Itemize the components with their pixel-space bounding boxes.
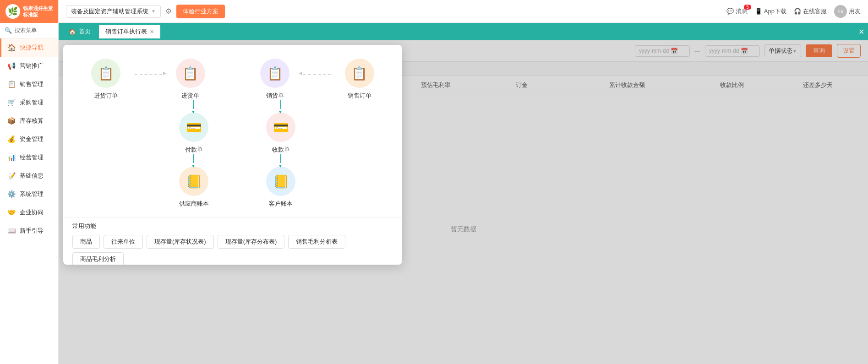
tab-close-icon[interactable]: ✕ bbox=[150, 29, 154, 35]
basic-info-icon: 📝 bbox=[7, 171, 16, 180]
supplier-ledger-icon: 📒 bbox=[186, 174, 202, 189]
inventory-icon: 📦 bbox=[7, 116, 16, 125]
sidebar: 🌿 畅康通好生意 标准版 🔍 搜索菜单 🏠 快捷导航 📢 营销推广 📋 销售管理… bbox=[0, 0, 59, 364]
common-funcs: 常用功能 商品 往来单位 现存量(库存状况表) 现存量(库存分布表) 销售毛利分… bbox=[63, 217, 402, 265]
close-all-tabs-btn[interactable]: ✕ bbox=[858, 27, 864, 36]
online-service-btn[interactable]: 🎧 在线客服 bbox=[794, 7, 827, 16]
service-icon: 🎧 bbox=[794, 8, 801, 15]
arrow-purchase-to-bill bbox=[131, 74, 166, 85]
customer-ledger-icon: 📒 bbox=[273, 174, 289, 189]
topbar-right: 💬 消息 5 📱 App下载 🎧 在线客服 Ea 用友 bbox=[726, 5, 861, 18]
marketing-icon: 📢 bbox=[7, 61, 16, 71]
newbie-icon: 📖 bbox=[7, 226, 16, 235]
system-selector[interactable]: 装备及固定资产辅助管理系统 ▼ bbox=[66, 5, 161, 18]
arrow-down-payment: ▼ bbox=[169, 154, 219, 163]
tab-sales-order-exec[interactable]: 销售订单执行表 ✕ bbox=[99, 25, 160, 38]
sidebar-item-inventory[interactable]: 📦 库存核算 bbox=[0, 112, 58, 130]
operation-icon: 📊 bbox=[7, 153, 16, 162]
chevron-down-icon: ▼ bbox=[151, 9, 156, 14]
customer-ledger-node[interactable]: 📒 客户账本 bbox=[256, 167, 306, 208]
purchase-bill-node[interactable]: 📋 进货单 bbox=[166, 59, 215, 100]
sales-bill-circle: 📋 bbox=[260, 59, 289, 88]
purchase-bill-circle: 📋 bbox=[176, 59, 205, 88]
sidebar-item-cooperation[interactable]: 🤝 企业协同 bbox=[0, 203, 58, 222]
content-area: ❓ 帮助 🖨 按模板打印 ▼ ⬆ 导出 🔄 刷新 yyyy-mm-dd 📅 — bbox=[59, 40, 868, 364]
purchase-order-node[interactable]: 📋 进货订单 bbox=[82, 59, 131, 100]
func-btn-sales-profit[interactable]: 销售毛利分析表 bbox=[288, 235, 345, 249]
purchase-order-icon: 📋 bbox=[98, 66, 114, 81]
experience-btn[interactable]: 体验行业方案 bbox=[176, 5, 225, 18]
func-btn-product[interactable]: 商品 bbox=[72, 235, 100, 249]
sales-icon: 📋 bbox=[7, 80, 16, 89]
sales-bill-icon: 📋 bbox=[267, 66, 283, 81]
user-area[interactable]: Ea 用友 bbox=[834, 5, 861, 18]
search-icon: 🔍 bbox=[5, 27, 12, 34]
workflow-modal: 📋 进货订单 📋 进货单 bbox=[63, 45, 402, 265]
system-icon: ⚙️ bbox=[7, 190, 16, 199]
logo-text: 畅康通好生意 标准版 bbox=[23, 5, 53, 18]
topbar: 装备及固定资产辅助管理系统 ▼ ⚙ 体验行业方案 💬 消息 5 📱 App下载 … bbox=[59, 0, 868, 23]
workflow-diagram: 📋 进货订单 📋 进货单 bbox=[63, 45, 402, 217]
download-icon: 📱 bbox=[755, 8, 762, 15]
message-icon: 💬 bbox=[726, 8, 734, 15]
arrow-down-sales-icon: ▼ bbox=[278, 109, 283, 114]
sidebar-item-purchase[interactable]: 🛒 采购管理 bbox=[0, 93, 58, 112]
supplier-ledger-node[interactable]: 📒 供应商账本 bbox=[169, 167, 219, 208]
purchase-bill-icon: 📋 bbox=[182, 66, 198, 81]
sidebar-item-sales[interactable]: 📋 销售管理 bbox=[0, 75, 58, 93]
arrow-down-collection: ▼ bbox=[256, 154, 306, 163]
search-menu[interactable]: 🔍 搜索菜单 bbox=[0, 23, 58, 38]
home-tab-icon: 🏠 bbox=[69, 28, 76, 35]
tabbar: 🏠 首页 销售订单执行表 ✕ ✕ bbox=[59, 23, 868, 40]
sidebar-item-quick-nav[interactable]: 🏠 快捷导航 bbox=[0, 38, 58, 57]
purchase-order-circle: 📋 bbox=[91, 59, 120, 88]
logo-icon: 🌿 bbox=[5, 4, 20, 19]
func-btn-partner[interactable]: 往来单位 bbox=[104, 235, 143, 249]
sales-order-circle: 📋 bbox=[345, 59, 374, 88]
sales-bill-node[interactable]: 📋 销货单 bbox=[251, 59, 300, 100]
home-icon: 🏠 bbox=[7, 43, 16, 52]
sidebar-item-system[interactable]: ⚙️ 系统管理 bbox=[0, 185, 58, 203]
cooperation-icon: 🤝 bbox=[7, 208, 16, 217]
sidebar-logo: 🌿 畅康通好生意 标准版 bbox=[0, 0, 58, 23]
app-download-btn[interactable]: 📱 App下载 bbox=[755, 7, 786, 16]
func-btns-row1: 商品 往来单位 现存量(库存状况表) 现存量(库存分布表) 销售毛利分析表 商品… bbox=[72, 235, 393, 265]
sidebar-item-basic-info[interactable]: 📝 基础信息 bbox=[0, 167, 58, 185]
arrow-down-sales-bill: ▼ bbox=[256, 100, 306, 109]
sales-order-icon: 📋 bbox=[351, 66, 367, 81]
sidebar-item-finance[interactable]: 💰 资金管理 bbox=[0, 130, 58, 148]
tab-home[interactable]: 🏠 首页 bbox=[62, 25, 97, 38]
payment-bill-icon: 💳 bbox=[186, 120, 202, 135]
arrow-sales-bill-to-order bbox=[300, 74, 335, 85]
supplier-ledger-circle: 📒 bbox=[179, 167, 208, 196]
sidebar-item-marketing[interactable]: 📢 营销推广 bbox=[0, 57, 58, 75]
message-badge: 5 bbox=[744, 5, 751, 10]
payment-bill-node[interactable]: 💳 付款单 bbox=[169, 113, 219, 154]
arrow-down-icon: ▼ bbox=[191, 109, 196, 114]
modal-overlay: 📋 进货订单 📋 进货单 bbox=[59, 40, 868, 364]
collection-bill-icon: 💳 bbox=[273, 120, 289, 135]
customer-ledger-circle: 📒 bbox=[266, 167, 295, 196]
sidebar-item-operation[interactable]: 📊 经营管理 bbox=[0, 148, 58, 167]
sales-order-node[interactable]: 📋 销售订单 bbox=[335, 59, 384, 100]
collection-bill-circle: 💳 bbox=[266, 113, 295, 142]
purchase-icon: 🛒 bbox=[7, 98, 16, 107]
avatar: Ea bbox=[834, 5, 847, 18]
sidebar-item-newbie[interactable]: 📖 新手引导 bbox=[0, 222, 58, 240]
func-btn-inventory-status[interactable]: 现存量(库存状况表) bbox=[147, 235, 214, 249]
arrow-down-purchase: ▼ bbox=[169, 100, 219, 109]
payment-bill-circle: 💳 bbox=[179, 113, 208, 142]
func-btn-inventory-dist[interactable]: 现存量(库存分布表) bbox=[218, 235, 285, 249]
finance-icon: 💰 bbox=[7, 135, 16, 144]
collection-bill-node[interactable]: 💳 收款单 bbox=[256, 113, 306, 154]
message-btn[interactable]: 💬 消息 5 bbox=[726, 7, 748, 16]
main-area: 装备及固定资产辅助管理系统 ▼ ⚙ 体验行业方案 💬 消息 5 📱 App下载 … bbox=[59, 0, 868, 364]
settings-gear-icon[interactable]: ⚙ bbox=[165, 7, 172, 16]
func-btn-product-profit[interactable]: 商品毛利分析 bbox=[72, 252, 124, 265]
